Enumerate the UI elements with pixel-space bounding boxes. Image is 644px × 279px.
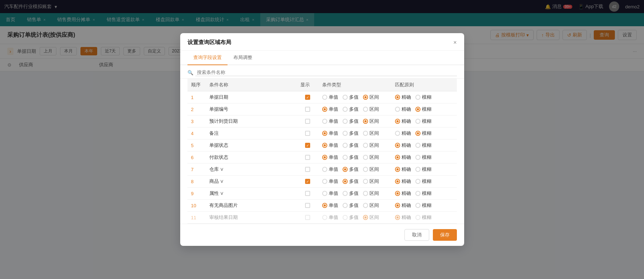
search-input[interactable]	[195, 69, 457, 71]
modal-tab-bar: 查询字段设置 布局调整	[180, 51, 464, 65]
modal-overlay: 设置查询区域布局 × 查询字段设置 布局调整 🔍 顺序	[0, 0, 644, 71]
modal-search-area: 🔍	[180, 65, 464, 71]
search-underline	[195, 69, 457, 71]
modal-header: 设置查询区域布局 ×	[180, 33, 464, 51]
modal-close-button[interactable]: ×	[453, 39, 457, 46]
modal-title: 设置查询区域布局	[187, 39, 231, 46]
search-icon: 🔍	[187, 70, 193, 72]
settings-modal: 设置查询区域布局 × 查询字段设置 布局调整 🔍 顺序	[180, 33, 464, 71]
tab-layout-adjust[interactable]: 布局调整	[228, 51, 258, 65]
tab-query-fields[interactable]: 查询字段设置	[187, 51, 228, 65]
